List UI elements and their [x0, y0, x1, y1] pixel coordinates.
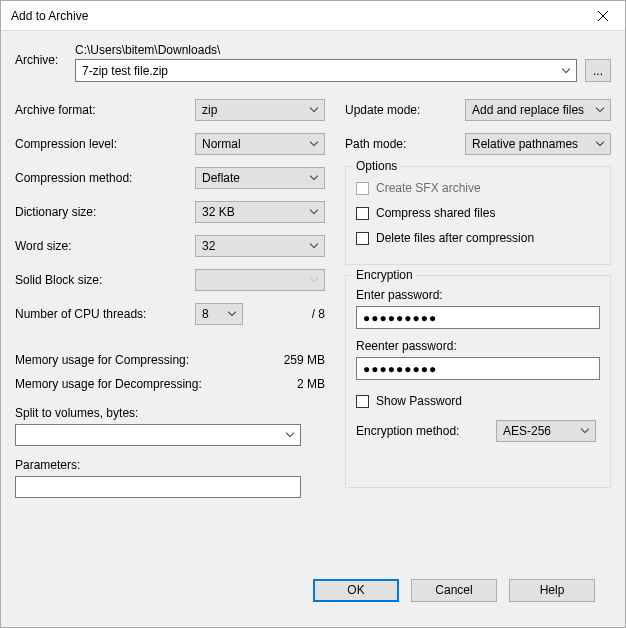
memory-compress-value: 259 MB	[284, 353, 325, 367]
cpu-threads-total: / 8	[295, 307, 325, 321]
archive-row: Archive: C:\Users\bitem\Downloads\ 7-zip…	[15, 43, 611, 82]
parameters-label: Parameters:	[15, 458, 325, 472]
right-column: Update mode: Add and replace files Path …	[345, 98, 611, 498]
parameters-input[interactable]	[15, 476, 301, 498]
encryption-groupbox: Encryption Enter password: ●●●●●●●●● Ree…	[345, 275, 611, 488]
chevron-down-icon	[596, 140, 604, 148]
chevron-down-icon	[581, 427, 589, 435]
chevron-down-icon	[310, 106, 318, 114]
left-column: Archive format: zip Compression level: N…	[15, 98, 325, 498]
archive-filename: 7-zip test file.zip	[82, 64, 168, 78]
archive-format-select[interactable]: zip	[195, 99, 325, 121]
chevron-down-icon	[562, 67, 570, 75]
chevron-down-icon	[310, 174, 318, 182]
create-sfx-row: Create SFX archive	[356, 177, 600, 199]
compression-method-label: Compression method:	[15, 171, 195, 185]
show-password-row[interactable]: Show Password	[356, 390, 600, 412]
titlebar: Add to Archive	[1, 1, 625, 31]
archive-label: Archive:	[15, 43, 75, 67]
compression-level-label: Compression level:	[15, 137, 195, 151]
compress-shared-row[interactable]: Compress shared files	[356, 202, 600, 224]
memory-compress-label: Memory usage for Compressing:	[15, 353, 189, 367]
browse-button[interactable]: ...	[585, 59, 611, 82]
encryption-method-select[interactable]: AES-256	[496, 420, 596, 442]
update-mode-label: Update mode:	[345, 103, 465, 117]
create-sfx-label: Create SFX archive	[376, 181, 481, 195]
solid-block-size-select	[195, 269, 325, 291]
dialog-footer: OK Cancel Help	[15, 565, 611, 615]
path-mode-select[interactable]: Relative pathnames	[465, 133, 611, 155]
chevron-down-icon	[310, 276, 318, 284]
close-icon	[598, 11, 608, 21]
encryption-method-label: Encryption method:	[356, 424, 496, 438]
show-password-label: Show Password	[376, 394, 462, 408]
solid-block-size-label: Solid Block size:	[15, 273, 195, 287]
window-title: Add to Archive	[11, 9, 88, 23]
show-password-checkbox[interactable]	[356, 395, 369, 408]
memory-decompress-label: Memory usage for Decompressing:	[15, 377, 202, 391]
compression-level-select[interactable]: Normal	[195, 133, 325, 155]
cpu-threads-label: Number of CPU threads:	[15, 307, 195, 321]
split-volumes-label: Split to volumes, bytes:	[15, 406, 325, 420]
options-groupbox: Options Create SFX archive Compress shar…	[345, 166, 611, 265]
archive-format-label: Archive format:	[15, 103, 195, 117]
ok-button[interactable]: OK	[313, 579, 399, 602]
path-mode-label: Path mode:	[345, 137, 465, 151]
dictionary-size-label: Dictionary size:	[15, 205, 195, 219]
close-button[interactable]	[580, 1, 625, 31]
split-volumes-input[interactable]	[15, 424, 301, 446]
delete-after-row[interactable]: Delete files after compression	[356, 227, 600, 249]
reenter-password-input[interactable]: ●●●●●●●●●	[356, 357, 600, 380]
content-area: Archive: C:\Users\bitem\Downloads\ 7-zip…	[1, 31, 625, 627]
chevron-down-icon	[310, 140, 318, 148]
compress-shared-label: Compress shared files	[376, 206, 495, 220]
chevron-down-icon	[310, 208, 318, 216]
delete-after-checkbox[interactable]	[356, 232, 369, 245]
reenter-password-label: Reenter password:	[356, 339, 600, 353]
archive-filename-select[interactable]: 7-zip test file.zip	[75, 59, 577, 82]
word-size-label: Word size:	[15, 239, 195, 253]
dictionary-size-select[interactable]: 32 KB	[195, 201, 325, 223]
options-title: Options	[353, 159, 400, 173]
memory-decompress-value: 2 MB	[297, 377, 325, 391]
archive-path: C:\Users\bitem\Downloads\	[75, 43, 611, 57]
cancel-button[interactable]: Cancel	[411, 579, 497, 602]
encryption-title: Encryption	[353, 268, 416, 282]
delete-after-label: Delete files after compression	[376, 231, 534, 245]
chevron-down-icon	[596, 106, 604, 114]
update-mode-select[interactable]: Add and replace files	[465, 99, 611, 121]
word-size-select[interactable]: 32	[195, 235, 325, 257]
chevron-down-icon	[228, 310, 236, 318]
chevron-down-icon	[286, 431, 294, 439]
compression-method-select[interactable]: Deflate	[195, 167, 325, 189]
compress-shared-checkbox[interactable]	[356, 207, 369, 220]
enter-password-label: Enter password:	[356, 288, 600, 302]
cpu-threads-select[interactable]: 8	[195, 303, 243, 325]
create-sfx-checkbox	[356, 182, 369, 195]
chevron-down-icon	[310, 242, 318, 250]
help-button[interactable]: Help	[509, 579, 595, 602]
enter-password-input[interactable]: ●●●●●●●●●	[356, 306, 600, 329]
browse-label: ...	[593, 64, 603, 78]
add-to-archive-dialog: Add to Archive Archive: C:\Users\bitem\D…	[0, 0, 626, 628]
